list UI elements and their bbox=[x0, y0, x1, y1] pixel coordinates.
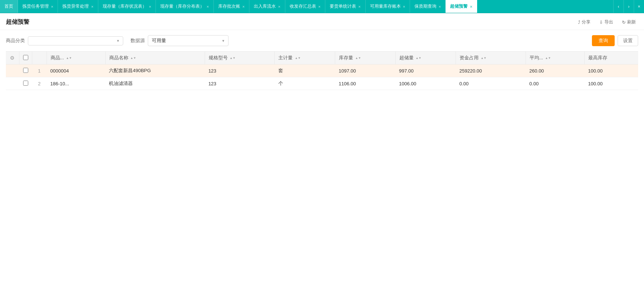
tab-quality-label: 保质期查询 bbox=[414, 3, 436, 10]
col-gear: ⚙ bbox=[6, 52, 19, 64]
col-max-stock-label: 最高库存 bbox=[588, 55, 607, 60]
tab-stock-dist[interactable]: 现存量（库存分布表） × bbox=[156, 0, 213, 13]
tab-batch-label: 库存批次账 bbox=[218, 3, 240, 10]
filter-bar: 商品分类 ▾ 数据源 可用量 ▾ 查询 设置 bbox=[0, 30, 644, 51]
refresh-icon: ↻ bbox=[622, 20, 626, 25]
page-title: 超储预警 bbox=[6, 18, 29, 26]
tab-abnormal-close[interactable]: × bbox=[91, 4, 93, 9]
tab-avail-stock-label: 可用量库存账本 bbox=[370, 3, 401, 10]
export-label: 导出 bbox=[604, 19, 613, 25]
tab-overstock-label: 超储预警 bbox=[450, 3, 468, 10]
row-checkbox-cell-0[interactable] bbox=[19, 64, 32, 77]
tab-abnormal[interactable]: 拣货异常处理 × bbox=[58, 0, 98, 13]
export-button[interactable]: ⇩ 导出 bbox=[597, 18, 615, 27]
table-body: 1 0000004 六配套新昌490BPG 123 套 1097.00 997.… bbox=[6, 64, 638, 90]
col-max-stock[interactable]: 最高库存 bbox=[585, 52, 638, 64]
share-label: 分享 bbox=[582, 19, 590, 25]
category-select[interactable]: ▾ bbox=[28, 36, 123, 45]
col-stock[interactable]: 库存量 ▲▼ bbox=[335, 52, 395, 64]
datasource-select[interactable]: 可用量 ▾ bbox=[148, 35, 228, 46]
col-product-name-label: 商品名称 bbox=[109, 55, 128, 60]
row-avg-1: 0.00 bbox=[526, 77, 584, 90]
col-unit[interactable]: 主计量 ▲▼ bbox=[275, 52, 335, 64]
col-spec[interactable]: 规格型号 ▲▼ bbox=[205, 52, 275, 64]
table-header-row: ⚙ 商品... ▲▼ 商品名称 ▲▼ 规格型号 bbox=[6, 52, 638, 64]
filter-actions: 查询 设置 bbox=[592, 35, 638, 46]
row-num-0: 1 bbox=[32, 64, 47, 77]
tab-batch-close[interactable]: × bbox=[242, 4, 245, 9]
tab-task-mgmt[interactable]: 拣货任务管理 × bbox=[18, 0, 58, 13]
sort-stock-icon[interactable]: ▲▼ bbox=[355, 57, 361, 60]
tab-avail-stock-close[interactable]: × bbox=[403, 4, 405, 9]
category-label: 商品分类 bbox=[6, 37, 25, 44]
tab-batch[interactable]: 库存批次账 × bbox=[214, 0, 249, 13]
sort-product-code-icon[interactable]: ▲▼ bbox=[66, 57, 72, 60]
sort-unit-icon[interactable]: ▲▼ bbox=[295, 57, 301, 60]
col-avg[interactable]: 平均... ▲▼ bbox=[526, 52, 584, 64]
col-product-code[interactable]: 商品... ▲▼ bbox=[47, 52, 105, 64]
share-button[interactable]: ⤴ 分享 bbox=[576, 18, 593, 27]
tab-stock-status-close[interactable]: × bbox=[149, 4, 151, 9]
datasource-dropdown-icon: ▾ bbox=[222, 38, 224, 43]
sort-spec-icon[interactable]: ▲▼ bbox=[230, 57, 235, 60]
table-row: 1 0000004 六配套新昌490BPG 123 套 1097.00 997.… bbox=[6, 64, 638, 77]
header-actions: ⤴ 分享 ⇩ 导出 ↻ 刷新 bbox=[576, 18, 638, 27]
tab-quality[interactable]: 保质期查询 × bbox=[410, 0, 446, 13]
row-checkbox-0[interactable] bbox=[23, 68, 28, 73]
tab-inout-close[interactable]: × bbox=[278, 4, 280, 9]
tab-stock-dist-label: 现存量（库存分布表） bbox=[160, 3, 204, 10]
tab-overstock[interactable]: 超储预警 × bbox=[446, 0, 477, 13]
tab-scroll-right[interactable]: › bbox=[623, 0, 634, 13]
tab-stock-dist-close[interactable]: × bbox=[206, 4, 209, 9]
row-checkbox-cell-1[interactable] bbox=[19, 77, 32, 90]
page-content: 超储预警 ⤴ 分享 ⇩ 导出 ↻ 刷新 商品分类 ▾ bbox=[0, 13, 644, 293]
tab-order-stat-close[interactable]: × bbox=[358, 4, 361, 9]
tab-stock-status[interactable]: 现存量（库存状况表） × bbox=[98, 0, 156, 13]
row-unit-1: 个 bbox=[275, 77, 335, 90]
tab-collect[interactable]: 收发存汇总表 × bbox=[285, 0, 325, 13]
row-capital-1: 0.00 bbox=[456, 77, 526, 90]
row-gear-1 bbox=[6, 77, 19, 90]
sort-avg-icon[interactable]: ▲▼ bbox=[545, 57, 551, 60]
row-spec-1: 123 bbox=[205, 77, 275, 90]
table-settings-icon[interactable]: ⚙ bbox=[10, 55, 15, 61]
col-spec-label: 规格型号 bbox=[209, 55, 228, 60]
export-icon: ⇩ bbox=[599, 20, 603, 25]
col-checkbox-all[interactable] bbox=[19, 52, 32, 64]
tab-task-mgmt-close[interactable]: × bbox=[51, 4, 53, 9]
row-product-name-1: 机油滤清器 bbox=[105, 77, 205, 90]
tab-scroll-left[interactable]: ‹ bbox=[613, 0, 623, 13]
tab-avail-stock[interactable]: 可用量库存账本 × bbox=[366, 0, 410, 13]
table-row: 2 186-10... 机油滤清器 123 个 1106.00 1006.00 … bbox=[6, 77, 638, 90]
row-unit-0: 套 bbox=[275, 64, 335, 77]
row-product-name-0: 六配套新昌490BPG bbox=[105, 64, 205, 77]
row-gear-0 bbox=[6, 64, 19, 77]
col-avg-label: 平均... bbox=[530, 55, 543, 60]
tab-home[interactable]: 首页 bbox=[0, 0, 18, 13]
row-checkbox-1[interactable] bbox=[23, 81, 28, 86]
tab-close-all[interactable]: × bbox=[634, 0, 644, 13]
settings-button[interactable]: 设置 bbox=[618, 35, 638, 46]
row-stock-1: 1106.00 bbox=[335, 77, 395, 90]
tab-collect-label: 收发存汇总表 bbox=[290, 3, 316, 10]
tab-overstock-close[interactable]: × bbox=[470, 4, 472, 9]
tab-nav-arrows: ‹ › × bbox=[613, 0, 644, 13]
sort-capital-icon[interactable]: ▲▼ bbox=[481, 57, 487, 60]
row-stock-0: 1097.00 bbox=[335, 64, 395, 77]
select-all-checkbox[interactable] bbox=[23, 55, 28, 60]
refresh-button[interactable]: ↻ 刷新 bbox=[620, 18, 638, 27]
tab-collect-close[interactable]: × bbox=[318, 4, 321, 9]
sort-overstock-icon[interactable]: ▲▼ bbox=[416, 57, 421, 60]
table-container: ⚙ 商品... ▲▼ 商品名称 ▲▼ 规格型号 bbox=[0, 51, 644, 90]
query-button[interactable]: 查询 bbox=[592, 35, 615, 46]
tab-quality-close[interactable]: × bbox=[439, 4, 441, 9]
row-product-code-1: 186-10... bbox=[47, 77, 105, 90]
col-overstock[interactable]: 超储量 ▲▼ bbox=[395, 52, 456, 64]
col-capital[interactable]: 资金占用 ▲▼ bbox=[456, 52, 526, 64]
sort-product-name-icon[interactable]: ▲▼ bbox=[130, 57, 136, 60]
tab-inout[interactable]: 出入库流水 × bbox=[249, 0, 285, 13]
col-product-name[interactable]: 商品名称 ▲▼ bbox=[105, 52, 205, 64]
tab-order-stat[interactable]: 要货单统计表 × bbox=[325, 0, 365, 13]
refresh-label: 刷新 bbox=[627, 19, 636, 25]
col-product-code-label: 商品... bbox=[51, 55, 64, 60]
